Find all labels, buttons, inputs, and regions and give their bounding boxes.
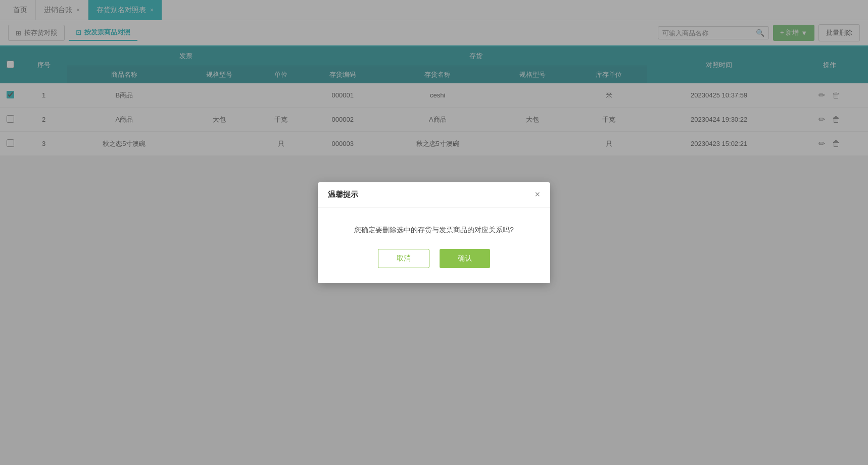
modal-overlay: 温馨提示 × 您确定要删除选中的存货与发票商品的对应关系吗? 取消 确认	[0, 0, 868, 156]
